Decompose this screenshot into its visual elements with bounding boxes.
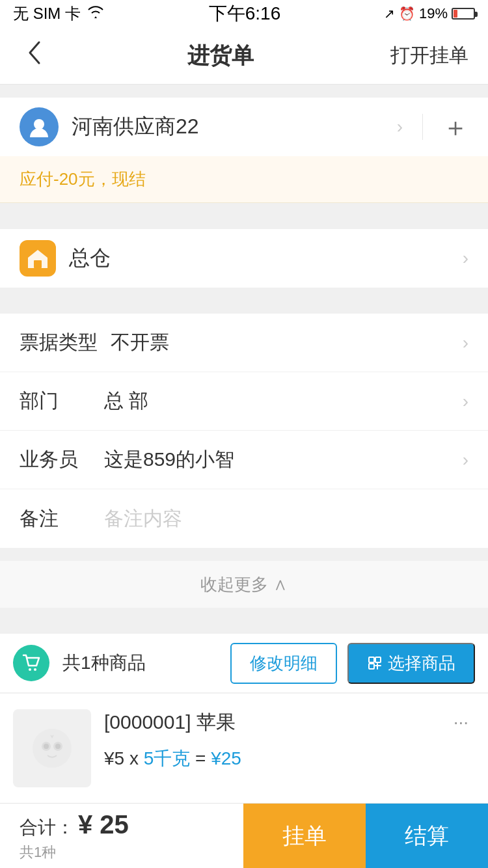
time-label: 下午6:16 bbox=[209, 1, 281, 26]
product-thumbnail bbox=[13, 709, 91, 787]
product-title: 苹果 bbox=[197, 711, 236, 733]
add-supplier-button[interactable]: ＋ bbox=[442, 109, 468, 145]
checkout-button[interactable]: 结算 bbox=[366, 804, 488, 868]
product-count-label: 共1种商品 bbox=[62, 651, 230, 675]
svg-rect-6 bbox=[369, 664, 374, 669]
gap-1 bbox=[0, 85, 488, 98]
svg-rect-4 bbox=[369, 657, 374, 662]
note-label: 备注 bbox=[20, 506, 91, 532]
svg-rect-5 bbox=[375, 657, 381, 662]
note-row[interactable]: 备注 备注内容 bbox=[0, 489, 488, 548]
invoice-value: 不开票 bbox=[111, 329, 463, 356]
supplier-section[interactable]: 河南供应商22 › ＋ bbox=[0, 98, 488, 156]
note-placeholder: 备注内容 bbox=[104, 506, 468, 532]
select-product-button[interactable]: 选择商品 bbox=[347, 643, 475, 684]
location-icon: ↗ bbox=[384, 6, 395, 21]
gap-4 bbox=[0, 608, 488, 621]
total-count: 共1种 bbox=[20, 843, 224, 862]
department-row[interactable]: 部门 总 部 › bbox=[0, 372, 488, 431]
invoice-chevron-icon: › bbox=[463, 332, 468, 353]
salesman-chevron-icon: › bbox=[463, 450, 468, 470]
select-product-label: 选择商品 bbox=[388, 652, 455, 675]
equals-sign: = bbox=[195, 748, 211, 768]
quantity: 5千克 bbox=[144, 748, 191, 768]
svg-point-11 bbox=[55, 744, 61, 749]
svg-point-0 bbox=[34, 119, 44, 129]
invoice-label: 票据类型 bbox=[20, 329, 98, 356]
svg-point-7 bbox=[33, 729, 72, 768]
hang-button[interactable]: 挂单 bbox=[243, 804, 366, 868]
supplier-name: 河南供应商22 bbox=[72, 113, 397, 141]
department-label: 部门 bbox=[20, 388, 91, 414]
product-more-button[interactable]: ··· bbox=[447, 709, 475, 735]
cart-icon bbox=[13, 645, 49, 681]
total-area: 合计： ¥ 25 共1种 bbox=[0, 804, 243, 868]
status-right: ↗ ⏰ 19% bbox=[384, 5, 475, 22]
product-header: 共1种商品 修改明细 选择商品 bbox=[0, 634, 488, 692]
form-section: 票据类型 不开票 › 部门 总 部 › 业务员 这是859的小智 › 备注 备注… bbox=[0, 314, 488, 548]
carrier-label: 无 SIM 卡 bbox=[13, 3, 81, 24]
collapse-row[interactable]: 收起更多 ∧ bbox=[0, 561, 488, 608]
unit-price: ¥5 bbox=[104, 748, 124, 768]
salesman-value: 这是859的小智 bbox=[104, 446, 463, 473]
battery-icon bbox=[452, 8, 475, 20]
total-amount: ¥ 25 bbox=[78, 810, 129, 839]
product-code: [0000001] bbox=[104, 711, 191, 733]
warehouse-section[interactable]: 总仓 › bbox=[0, 229, 488, 288]
status-left: 无 SIM 卡 bbox=[13, 3, 105, 24]
nav-bar: 进货单 打开挂单 bbox=[0, 27, 488, 85]
gap-3 bbox=[0, 288, 488, 301]
hang-label: 挂单 bbox=[282, 821, 327, 851]
back-button[interactable] bbox=[20, 32, 51, 79]
svg-point-3 bbox=[34, 668, 36, 671]
svg-point-10 bbox=[44, 744, 49, 749]
battery-percent: 19% bbox=[419, 5, 448, 22]
product-price: ¥5 x 5千克 = ¥25 bbox=[104, 746, 447, 771]
supplier-chevron-icon: › bbox=[397, 116, 403, 137]
total-line: 合计： ¥ 25 bbox=[20, 810, 224, 840]
price-separator: x bbox=[129, 748, 144, 768]
product-item: [0000001] 苹果 ¥5 x 5千克 = ¥25 ··· bbox=[0, 694, 488, 803]
product-info: [0000001] 苹果 ¥5 x 5千克 = ¥25 bbox=[104, 709, 447, 771]
warehouse-name: 总仓 bbox=[69, 244, 463, 273]
invoice-row[interactable]: 票据类型 不开票 › bbox=[0, 314, 488, 372]
product-name: [0000001] 苹果 bbox=[104, 709, 447, 736]
supplier-divider bbox=[422, 114, 423, 140]
alarm-icon: ⏰ bbox=[399, 6, 415, 21]
open-hang-button[interactable]: 打开挂单 bbox=[390, 42, 468, 69]
battery-fill bbox=[454, 10, 457, 18]
gap-2 bbox=[0, 203, 488, 216]
item-total: ¥25 bbox=[211, 748, 241, 768]
page-title: 进货单 bbox=[187, 41, 254, 71]
payment-hint: 应付-20元，现结 bbox=[0, 156, 488, 203]
salesman-row[interactable]: 业务员 这是859的小智 › bbox=[0, 431, 488, 489]
svg-rect-1 bbox=[34, 260, 42, 268]
status-bar: 无 SIM 卡 下午6:16 ↗ ⏰ 19% bbox=[0, 0, 488, 27]
department-chevron-icon: › bbox=[463, 391, 468, 412]
department-value: 总 部 bbox=[104, 388, 463, 414]
warehouse-chevron-icon: › bbox=[463, 248, 468, 269]
total-label: 合计： bbox=[20, 815, 74, 840]
salesman-label: 业务员 bbox=[20, 446, 91, 473]
warehouse-icon bbox=[20, 240, 56, 277]
modify-detail-button[interactable]: 修改明细 bbox=[230, 643, 337, 684]
wifi-icon bbox=[86, 5, 105, 23]
bottom-bar: 合计： ¥ 25 共1种 挂单 结算 bbox=[0, 803, 488, 868]
collapse-label: 收起更多 ∧ bbox=[200, 573, 287, 596]
svg-point-2 bbox=[29, 668, 31, 671]
checkout-label: 结算 bbox=[405, 821, 449, 851]
supplier-avatar bbox=[20, 107, 59, 146]
